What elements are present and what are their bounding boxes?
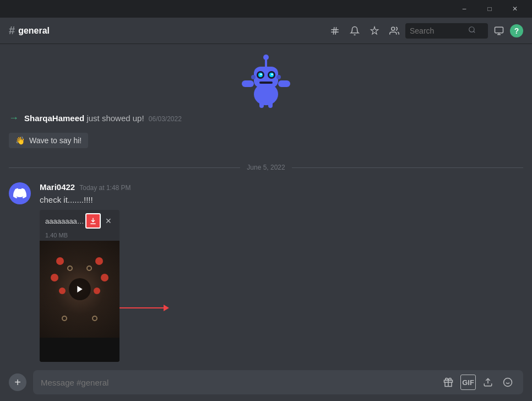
channel-title: # general — [9, 24, 50, 37]
video-preview — [40, 241, 120, 338]
attachment-actions: ✕ — [85, 213, 114, 229]
attachment-container: aaaaaaaaaaa.. ✕ 1.40 MB — [40, 210, 120, 362]
attachment-name: aaaaaaaaaaa.. — [45, 217, 85, 225]
dot-decoration — [59, 288, 66, 294]
gift-icon-btn[interactable] — [441, 375, 456, 390]
channel-hash-icon: # — [9, 24, 15, 37]
search-input[interactable] — [410, 26, 465, 35]
pin-icon-btn[interactable] — [366, 22, 383, 40]
channel-name: general — [18, 26, 50, 36]
join-username[interactable]: SharqaHameed — [24, 113, 84, 123]
attachment-header: aaaaaaaaaaa.. ✕ — [40, 210, 120, 232]
dot-decoration — [56, 257, 64, 265]
message-header: Mari0422 Today at 1:48 PM — [40, 182, 523, 192]
svg-rect-12 — [242, 80, 254, 87]
emoji-icon-btn[interactable] — [500, 375, 515, 390]
minimize-button[interactable]: – — [452, 0, 477, 18]
members-icon-btn[interactable] — [386, 22, 403, 40]
svg-point-8 — [260, 74, 262, 75]
input-right-icons: GIF — [441, 375, 515, 390]
ring-decoration — [67, 265, 73, 271]
svg-rect-15 — [268, 101, 273, 108]
video-thumbnail[interactable] — [40, 241, 120, 362]
svg-rect-14 — [259, 101, 264, 108]
message-text: check it.......!!!! — [40, 194, 523, 205]
ring-decoration — [62, 316, 67, 321]
search-bar[interactable] — [405, 23, 488, 39]
svg-point-11 — [263, 55, 269, 60]
svg-point-0 — [469, 27, 474, 32]
svg-point-18 — [276, 75, 281, 79]
upload-icon-btn[interactable] — [480, 375, 496, 390]
close-button[interactable]: ✕ — [502, 0, 528, 18]
help-button[interactable]: ? — [510, 24, 523, 37]
svg-point-9 — [272, 74, 273, 75]
add-content-button[interactable]: + — [9, 373, 26, 391]
message-username[interactable]: Mari0422 — [40, 182, 75, 192]
wave-button[interactable]: 👋 Wave to say hi! — [9, 133, 88, 148]
hashtag-icon-btn[interactable] — [326, 22, 344, 40]
message-input-bar: + GIF — [0, 364, 532, 401]
ring-decoration — [86, 265, 92, 271]
download-button[interactable] — [85, 213, 101, 229]
video-bottom-bar — [40, 338, 120, 362]
join-arrow-icon: → — [9, 112, 19, 124]
chat-area: → SharqaHameed just showed up! 06/03/202… — [0, 44, 532, 364]
header-icons: ? — [326, 22, 523, 40]
gif-icon-btn[interactable]: GIF — [460, 375, 476, 390]
svg-rect-16 — [259, 82, 273, 84]
search-icon — [468, 26, 476, 35]
dot-decoration — [101, 274, 108, 281]
avatar[interactable] — [9, 182, 31, 204]
arrow-line — [120, 307, 164, 308]
titlebar: – □ ✕ — [0, 0, 532, 18]
attachment-size: 1.40 MB — [40, 232, 120, 241]
inbox-icon-btn[interactable] — [490, 22, 508, 40]
date-divider: June 5, 2022 — [9, 164, 523, 171]
table-row: Mari0422 Today at 1:48 PM check it......… — [9, 180, 523, 364]
svg-point-17 — [251, 75, 256, 79]
video-play-button[interactable] — [69, 278, 91, 300]
message-content: Mari0422 Today at 1:48 PM check it......… — [40, 182, 523, 364]
annotation-arrow — [120, 305, 169, 311]
channel-header: # general ? — [0, 18, 532, 44]
wave-emoji-icon: 👋 — [15, 136, 25, 145]
ring-decoration — [92, 316, 97, 321]
message-input[interactable] — [41, 378, 441, 387]
wave-label: Wave to say hi! — [29, 136, 82, 145]
bell-icon-btn[interactable] — [346, 22, 363, 40]
join-date: 06/03/2022 — [149, 115, 182, 123]
svg-point-24 — [504, 378, 512, 387]
robot-image-container — [9, 53, 523, 108]
svg-rect-13 — [278, 80, 290, 87]
dot-decoration — [51, 274, 58, 281]
join-text: just showed up! — [86, 113, 146, 123]
message-timestamp: Today at 1:48 PM — [79, 184, 131, 192]
robot-image — [233, 53, 299, 108]
date-divider-text: June 5, 2022 — [247, 164, 285, 171]
message-input-wrap: GIF — [33, 370, 523, 394]
svg-rect-1 — [495, 27, 503, 33]
svg-marker-19 — [77, 286, 82, 292]
maximize-button[interactable]: □ — [477, 0, 502, 18]
dot-decoration — [94, 288, 100, 294]
system-join-message: → SharqaHameed just showed up! 06/03/202… — [9, 112, 523, 124]
attachment-close-button[interactable]: ✕ — [103, 215, 114, 226]
dot-decoration — [95, 257, 103, 265]
arrow-head — [164, 305, 169, 311]
